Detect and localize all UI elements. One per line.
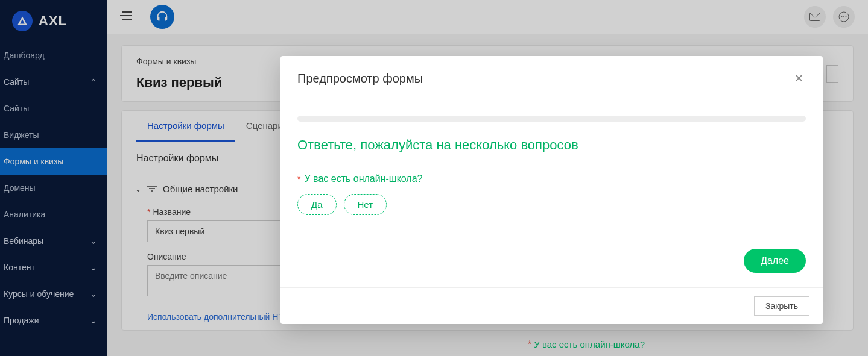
modal-header: Предпросмотр формы ✕: [280, 56, 823, 101]
close-button[interactable]: Закрыть: [754, 296, 809, 316]
modal-title: Предпросмотр формы: [297, 72, 423, 86]
next-button[interactable]: Далее: [744, 249, 806, 273]
next-row: Далее: [297, 249, 806, 273]
options: Да Нет: [297, 194, 806, 215]
required-star: *: [297, 174, 300, 184]
question-row: *У вас есть онлайн-школа?: [297, 173, 806, 184]
quiz-heading: Ответьте, пожалуйста на несколько вопрос…: [297, 137, 806, 153]
progress-bar: [297, 116, 806, 122]
close-icon[interactable]: ✕: [792, 69, 806, 87]
preview-modal: Предпросмотр формы ✕ Ответьте, пожалуйст…: [280, 56, 823, 324]
modal-footer: Закрыть: [280, 287, 823, 324]
option-yes-button[interactable]: Да: [297, 194, 337, 215]
question-text: У вас есть онлайн-школа?: [304, 173, 422, 184]
modal-body: Ответьте, пожалуйста на несколько вопрос…: [280, 101, 823, 287]
option-no-button[interactable]: Нет: [344, 194, 387, 215]
